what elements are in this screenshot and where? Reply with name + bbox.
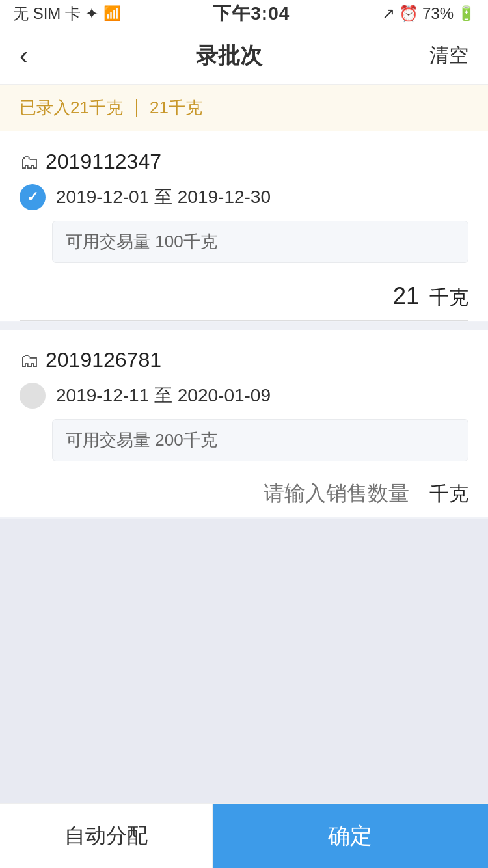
section-divider <box>0 322 488 330</box>
batch-1-unit: 千克 <box>429 284 468 311</box>
batch-1-date: 2019-12-01 至 2019-12-30 <box>56 185 271 210</box>
summary-bar: 已录入21千克 21千克 <box>0 85 488 131</box>
batch-card-2: 🗂 2019126781 2019-12-11 至 2020-01-09 可用交… <box>0 330 488 517</box>
battery-icon: 🔋 <box>457 5 475 22</box>
location-icon: ↗ <box>382 5 395 23</box>
batch-2-date: 2019-12-11 至 2020-01-09 <box>56 383 271 408</box>
batch-1-amount-row: 21 千克 <box>0 273 488 320</box>
auto-distribute-button[interactable]: 自动分配 <box>0 804 213 868</box>
back-button[interactable]: ‹ <box>20 41 28 70</box>
checkmark-icon: ✓ <box>27 189 38 206</box>
summary-value: 21千克 <box>150 96 202 119</box>
batch-card-1: 🗂 2019112347 ✓ 2019-12-01 至 2019-12-30 可… <box>0 131 488 321</box>
footer: 自动分配 确定 <box>0 803 488 868</box>
batch-2-available: 可用交易量 200千克 <box>52 419 468 461</box>
batch-2-amount-row: 千克 <box>0 472 488 517</box>
batch-2-number: 2019126781 <box>46 348 161 372</box>
batch-1-date-row: ✓ 2019-12-01 至 2019-12-30 <box>0 179 488 215</box>
page-title: 录批次 <box>196 41 262 71</box>
bottom-empty-area <box>0 519 488 831</box>
status-left: 无 SIM 卡 ✦ 📶 <box>13 3 121 24</box>
summary-divider <box>136 99 137 117</box>
status-bar: 无 SIM 卡 ✦ 📶 下午3:04 ↗ ⏰ 73% 🔋 <box>0 0 488 27</box>
batch-1-available: 可用交易量 100千克 <box>52 221 468 263</box>
batch-2-icon: 🗂 <box>20 349 39 372</box>
batch-2-underline <box>20 517 468 517</box>
batch-1-icon: 🗂 <box>20 151 39 173</box>
summary-label: 已录入21千克 <box>20 96 123 119</box>
batch-1-underline <box>20 320 468 321</box>
wifi-icon: 📶 <box>103 5 121 22</box>
batch-2-amount-input[interactable] <box>20 481 419 506</box>
batch-1-number: 2019112347 <box>46 150 161 174</box>
batch-2-unit: 千克 <box>429 481 468 508</box>
batch-1-amount-value: 21 <box>393 282 419 310</box>
status-time: 下午3:04 <box>213 1 290 26</box>
batch-2-checkbox[interactable] <box>20 383 46 409</box>
status-right: ↗ ⏰ 73% 🔋 <box>382 5 475 23</box>
alarm-icon: ⏰ <box>399 5 418 23</box>
clear-button[interactable]: 清空 <box>429 42 468 69</box>
sim-label: 无 SIM 卡 ✦ <box>13 3 98 24</box>
batch-2-header: 🗂 2019126781 <box>0 330 488 377</box>
nav-bar: ‹ 录批次 清空 <box>0 27 488 85</box>
battery-percent: 73% <box>422 5 454 23</box>
batch-1-checkbox[interactable]: ✓ <box>20 184 46 210</box>
confirm-button[interactable]: 确定 <box>213 804 488 868</box>
batch-1-header: 🗂 2019112347 <box>0 131 488 179</box>
batch-2-date-row: 2019-12-11 至 2020-01-09 <box>0 377 488 414</box>
